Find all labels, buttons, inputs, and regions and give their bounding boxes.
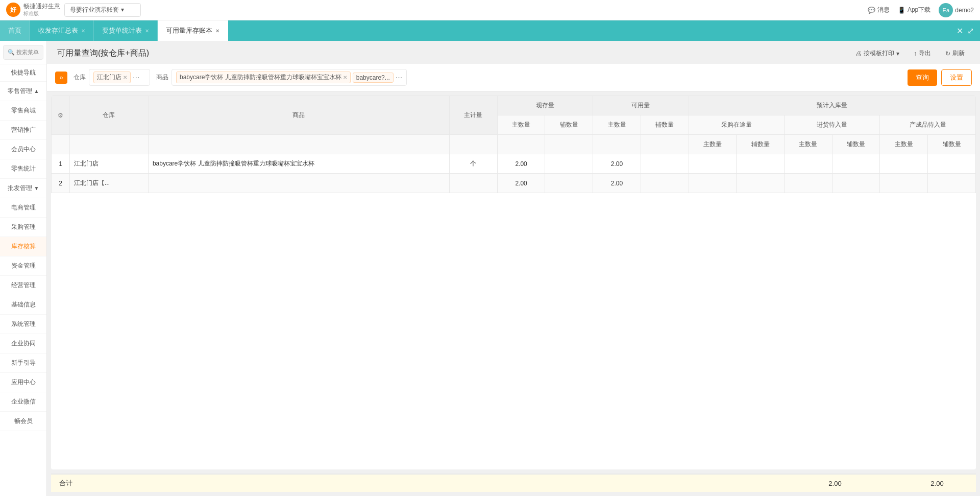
settings-btn[interactable]: 设置 <box>941 69 972 86</box>
sidebar-item-member[interactable]: 会员中心 <box>0 140 46 159</box>
total-current-main: 2.00 <box>804 480 866 487</box>
tab-available-stock-close[interactable]: ✕ <box>215 28 219 34</box>
sidebar-item-wholesale-label: 批发管理 <box>8 184 32 193</box>
filter-bar: » 仓库 江北门店 ✕ ··· 商品 babycare学饮杯 儿童防摔防撞吸管杯… <box>47 64 980 91</box>
sidebar-item-enterprise-wechat-label: 企业微信 <box>11 398 36 405</box>
sidebar-item-wholesale[interactable]: 批发管理 ▼ <box>0 179 46 198</box>
product-input[interactable]: babycare学饮杯 儿童防摔防撞吸管杯重力球吸嘴杯宝宝水杯 ✕ babyca… <box>172 69 407 86</box>
sidebar-item-base-info-label: 基础信息 <box>11 301 36 308</box>
print-label: 按模板打印 <box>864 49 894 58</box>
cell-goods-pending-main <box>785 154 832 174</box>
product-tag-1-close[interactable]: ✕ <box>343 75 347 80</box>
warehouse-input[interactable]: 江北门店 ✕ ··· <box>89 69 150 86</box>
col-finished-sub: 辅数量 <box>928 135 976 154</box>
sidebar-item-app-center[interactable]: 应用中心 <box>0 373 46 392</box>
product-more-icon[interactable]: ··· <box>396 73 402 82</box>
search-menu-btn[interactable]: 🔍 搜索菜单 <box>3 45 43 60</box>
table-header-row-3: 主数量 辅数量 主数量 辅数量 主数量 辅数量 <box>52 135 976 154</box>
col-empty-5 <box>497 135 545 154</box>
cell-group-finished-pending-sub <box>928 174 976 193</box>
sidebar-item-online-store[interactable]: 零售商城 <box>0 101 46 121</box>
sidebar-item-sys-mgmt[interactable]: 系统管理 <box>0 315 46 334</box>
cell-group-current-sub <box>545 174 593 193</box>
sidebar-item-purchase-label: 采购管理 <box>11 223 36 230</box>
col-current-stock-header: 现存量 <box>497 96 593 115</box>
sidebar-item-inventory-label: 库存核算 <box>11 243 36 250</box>
cell-available-sub <box>641 154 689 174</box>
total-available-main: 2.00 <box>906 480 968 487</box>
warehouse-tag-close[interactable]: ✕ <box>123 75 127 80</box>
cell-group-available-main: 2.00 <box>593 174 641 193</box>
sidebar-item-marketing[interactable]: 营销推广 <box>0 121 46 140</box>
sidebar-item-inventory[interactable]: 库存核算 <box>0 237 46 256</box>
cell-warehouse: 江北门店 <box>70 154 149 174</box>
col-empty-7 <box>593 135 641 154</box>
logo-text: 畅捷通好生意 <box>23 3 60 10</box>
sidebar-item-enterprise[interactable]: 企业协同 <box>0 334 46 353</box>
template-label: 母婴行业演示账套 <box>70 6 119 14</box>
product-tag-2-value: babycare?... <box>356 74 390 81</box>
cell-current-sub <box>545 154 593 174</box>
tab-order-stats-close[interactable]: ✕ <box>145 28 149 34</box>
sidebar-item-retail-stats[interactable]: 零售统计 <box>0 159 46 179</box>
page-header: 可用量查询(按仓库+商品) 🖨 按模板打印 ▾ ↑ 导出 ↻ 刷新 <box>47 41 980 64</box>
more-icon[interactable]: ··· <box>133 73 139 82</box>
sidebar-item-member-plan[interactable]: 畅会员 <box>0 412 46 431</box>
product-tag-1: babycare学饮杯 儿童防摔防撞吸管杯重力球吸嘴杯宝宝水杯 ✕ <box>176 72 351 83</box>
cell-goods-pending-sub <box>832 154 880 174</box>
cell-group-finished-pending-main <box>880 174 928 193</box>
chevron-down-icon-wholesale: ▼ <box>34 185 39 191</box>
print-btn[interactable]: 🖨 按模板打印 ▾ <box>850 47 904 60</box>
col-empty-6 <box>545 135 593 154</box>
col-settings-header[interactable]: ⚙ <box>52 96 70 135</box>
sidebar-item-new-guide[interactable]: 新手引导 <box>0 353 46 373</box>
message-label: 消息 <box>877 6 890 14</box>
cell-group-available-sub <box>641 174 689 193</box>
template-selector[interactable]: 母婴行业演示账套 ▾ <box>64 3 141 17</box>
data-table: ⚙ 仓库 商品 主计量 现存量 <box>51 96 976 193</box>
col-empty-4 <box>450 135 498 154</box>
logo-area: 好 畅捷通好生意 标准版 <box>6 3 60 17</box>
product-label: 商品 <box>156 73 168 82</box>
app-download-btn[interactable]: 📱 App下载 <box>898 6 930 14</box>
sidebar-item-enterprise-wechat[interactable]: 企业微信 <box>0 392 46 412</box>
cell-product: babycare学饮杯 儿童防摔防撞吸管杯重力球吸嘴杯宝宝水杯 <box>148 154 449 174</box>
user-area[interactable]: Ea demo2 <box>939 3 974 17</box>
message-btn[interactable]: 💬 消息 <box>868 6 890 14</box>
cell-group-goods-pending-sub <box>832 174 880 193</box>
query-btn[interactable]: 查询 <box>908 69 937 86</box>
tab-order-stats-label: 要货单统计表 <box>102 26 142 35</box>
tab-receipt-summary-close[interactable]: ✕ <box>81 28 85 34</box>
tab-available-stock[interactable]: 可用量库存账本 ✕ <box>158 20 228 41</box>
tab-close-all-btn[interactable]: ✕ <box>957 26 963 36</box>
col-current-sub-header: 辅数量 <box>545 115 593 135</box>
cell-group-current-main: 2.00 <box>497 174 545 193</box>
col-finished-pending-label: 产成品待入量 <box>880 115 976 135</box>
logo-sub: 标准版 <box>23 10 60 17</box>
table-wrapper: ⚙ 仓库 商品 主计量 现存量 <box>51 96 976 469</box>
export-btn[interactable]: ↑ 导出 <box>909 47 936 60</box>
sidebar-item-quick-nav[interactable]: 快捷导航 <box>0 64 46 82</box>
warehouse-tag-value: 江北门店 <box>97 73 121 82</box>
chevron-up-icon: ▲ <box>34 88 39 94</box>
tab-expand-btn[interactable]: ⤢ <box>967 26 974 36</box>
filter-toggle-btn[interactable]: » <box>55 72 67 84</box>
product-tag-2: babycare?... <box>353 73 394 83</box>
tab-order-stats[interactable]: 要货单统计表 ✕ <box>94 20 158 41</box>
sidebar-item-operation[interactable]: 经营管理 <box>0 276 46 295</box>
settings-icon[interactable]: ⚙ <box>58 112 63 119</box>
sidebar-item-new-guide-label: 新手引导 <box>11 359 36 366</box>
col-empty-2 <box>70 135 149 154</box>
refresh-btn[interactable]: ↻ 刷新 <box>940 47 970 60</box>
col-purchase-sub: 辅数量 <box>737 135 785 154</box>
avatar-initials: Ea <box>943 7 949 13</box>
header-right: 💬 消息 📱 App下载 Ea demo2 <box>868 3 974 17</box>
sidebar-item-base-info[interactable]: 基础信息 <box>0 295 46 315</box>
sidebar-item-finance[interactable]: 资金管理 <box>0 256 46 276</box>
tab-home[interactable]: 首页 <box>0 20 30 41</box>
sidebar-item-purchase[interactable]: 采购管理 <box>0 218 46 237</box>
tab-receipt-summary[interactable]: 收发存汇总表 ✕ <box>30 20 94 41</box>
sidebar-item-ecommerce[interactable]: 电商管理 <box>0 198 46 218</box>
table-footer: 合计 2.00 2.00 <box>51 474 976 492</box>
sidebar-item-zero-sales[interactable]: 零售管理 ▲ <box>0 82 46 101</box>
